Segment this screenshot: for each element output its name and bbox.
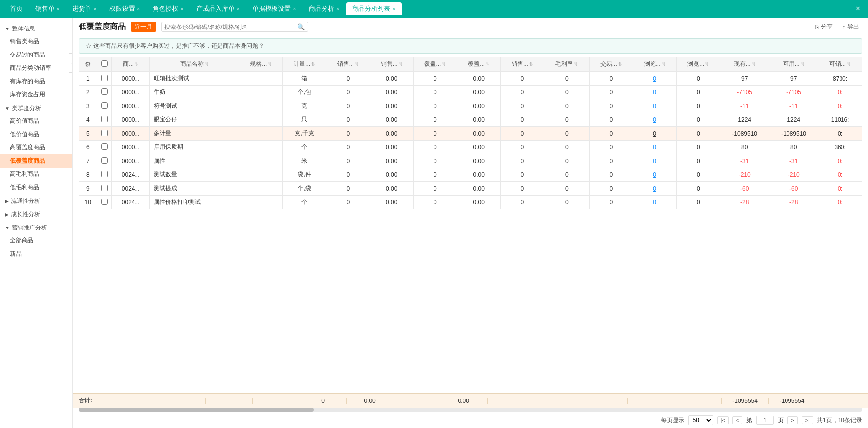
row-checkbox[interactable] xyxy=(97,168,112,182)
col-sales2[interactable]: 销售...⇅ xyxy=(370,57,413,72)
nav-product-analysis[interactable]: 商品分析 × xyxy=(303,2,345,15)
export-btn[interactable]: ↑ 导出 xyxy=(840,22,862,32)
row-cover1: 0 xyxy=(413,86,457,99)
sidebar-item-high-coverage[interactable]: 高覆盖度商品 xyxy=(0,141,72,154)
sidebar-section-growth[interactable]: ▶ 成长性分析 xyxy=(0,207,72,221)
row-checkbox[interactable] xyxy=(97,127,112,141)
sidebar-item-with-stock[interactable]: 有库存的商品 xyxy=(0,75,72,88)
col-browse1[interactable]: 浏览...⇅ xyxy=(633,57,677,72)
col-stock3[interactable]: 可销...⇅ xyxy=(818,57,862,72)
nav-product-analysis-close[interactable]: × xyxy=(336,6,339,12)
col-settings[interactable]: ⚙ xyxy=(79,57,97,72)
sidebar-section-overall[interactable]: ▼ 整体信息 xyxy=(0,22,72,35)
nav-permissions-close[interactable]: × xyxy=(137,6,140,12)
info-banner-text: ☆ 这些商品只有很少客户购买过，是推广不够，还是商品本身问题？ xyxy=(86,42,264,50)
row-checkbox[interactable] xyxy=(97,113,112,127)
nav-roles[interactable]: 角色授权 × xyxy=(147,2,189,15)
nav-sales-close[interactable]: × xyxy=(56,6,59,12)
nav-sales[interactable]: 销售单 × xyxy=(29,2,65,15)
nav-close-all[interactable]: × xyxy=(852,4,864,13)
footer-stock1-total: -1095554 xyxy=(722,398,769,404)
page-prev-btn[interactable]: < xyxy=(732,416,742,424)
sidebar-item-high-profit[interactable]: 高毛利商品 xyxy=(0,168,72,181)
col-stock2[interactable]: 可用...⇅ xyxy=(769,57,818,72)
nav-product-entry-close[interactable]: × xyxy=(237,6,240,12)
row-browse1[interactable]: 0 xyxy=(633,86,677,99)
col-stock1[interactable]: 现有...⇅ xyxy=(720,57,769,72)
col-name[interactable]: 商品名称⇅ xyxy=(149,57,239,72)
nav-product-analysis-list-close[interactable]: × xyxy=(392,6,395,12)
page-last-btn[interactable]: >| xyxy=(802,416,813,424)
nav-permissions[interactable]: 权限设置 × xyxy=(104,2,146,15)
col-sales3[interactable]: 销售...⇅ xyxy=(501,57,544,72)
col-spec[interactable]: 规格...⇅ xyxy=(239,57,283,72)
row-checkbox[interactable] xyxy=(97,141,112,154)
row-sales3: 0 xyxy=(501,168,544,182)
row-browse1[interactable]: 0 xyxy=(633,127,677,141)
nav-template-close[interactable]: × xyxy=(293,6,296,12)
page-input[interactable] xyxy=(756,416,774,425)
page-size-select[interactable]: 50 100 200 xyxy=(688,415,713,425)
sidebar-item-low-profit[interactable]: 低毛利商品 xyxy=(0,181,72,194)
row-code: 0000... xyxy=(112,127,150,141)
sidebar-item-capital[interactable]: 库存资金占用 xyxy=(0,88,72,101)
sidebar-item-new-products[interactable]: 新品 xyxy=(0,247,72,260)
col-browse2[interactable]: 浏览...⇅ xyxy=(677,57,720,72)
col-gross[interactable]: 毛利率⇅ xyxy=(544,57,589,72)
info-banner: ☆ 这些商品只有很少客户购买过，是推广不够，还是商品本身问题？ xyxy=(79,38,862,54)
page-next-btn[interactable]: > xyxy=(787,416,797,424)
sidebar-item-low-coverage[interactable]: 低覆盖度商品 xyxy=(0,154,72,168)
row-browse1[interactable]: 0 xyxy=(633,72,677,86)
sidebar-section-marketing[interactable]: ▼ 营销推广分析 xyxy=(0,221,72,234)
nav-product-entry[interactable]: 产成品入库单 × xyxy=(190,2,245,15)
sidebar-item-all-products[interactable]: 全部商品 xyxy=(0,234,72,247)
row-browse1[interactable]: 0 xyxy=(633,182,677,196)
sidebar-item-sales-products[interactable]: 销售类商品 xyxy=(0,35,72,48)
search-box: 🔍 xyxy=(161,22,308,32)
row-checkbox[interactable] xyxy=(97,86,112,99)
nav-product-analysis-list[interactable]: 商品分析列表 × xyxy=(346,2,401,15)
date-filter-btn[interactable]: 近一月 xyxy=(131,22,156,32)
row-browse1[interactable]: 0 xyxy=(633,113,677,127)
nav-home[interactable]: 首页 xyxy=(4,2,28,15)
sidebar-item-traded-products[interactable]: 交易过的商品 xyxy=(0,48,72,61)
sidebar-collapse-btn[interactable]: « xyxy=(69,53,73,73)
row-spec xyxy=(239,168,283,182)
sidebar-item-low-value[interactable]: 低价值商品 xyxy=(0,128,72,141)
sidebar-item-high-value[interactable]: 高价值商品 xyxy=(0,114,72,128)
sidebar-section-cluster[interactable]: ▼ 类群度分析 xyxy=(0,101,72,114)
col-code[interactable]: 商...⇅ xyxy=(112,57,150,72)
sidebar-section-marketing-arrow: ▼ xyxy=(5,225,10,230)
col-cover2[interactable]: 覆盖...⇅ xyxy=(457,57,501,72)
col-cover1[interactable]: 覆盖...⇅ xyxy=(413,57,457,72)
footer-spacer4 xyxy=(253,398,300,404)
select-all-checkbox[interactable] xyxy=(101,60,108,67)
nav-roles-close[interactable]: × xyxy=(180,6,183,12)
col-trade[interactable]: 交易...⇅ xyxy=(589,57,633,72)
row-checkbox[interactable] xyxy=(97,154,112,168)
row-browse1[interactable]: 0 xyxy=(633,154,677,168)
row-checkbox[interactable] xyxy=(97,99,112,113)
nav-template[interactable]: 单据模板设置 × xyxy=(246,2,301,15)
col-unit[interactable]: 计量...⇅ xyxy=(283,57,326,72)
row-browse1[interactable]: 0 xyxy=(633,168,677,182)
row-browse1[interactable]: 0 xyxy=(633,196,677,209)
row-stock2: -11 xyxy=(769,99,818,113)
col-sales1[interactable]: 销售...⇅ xyxy=(326,57,370,72)
row-checkbox[interactable] xyxy=(97,72,112,86)
row-browse1[interactable]: 0 xyxy=(633,141,677,154)
col-checkbox[interactable] xyxy=(97,57,112,72)
footer-sales3-spacer xyxy=(488,398,535,404)
sidebar-section-circulation[interactable]: ▶ 流通性分析 xyxy=(0,194,72,207)
row-checkbox[interactable] xyxy=(97,182,112,196)
row-index: 3 xyxy=(79,99,97,113)
search-icon[interactable]: 🔍 xyxy=(297,23,305,30)
share-btn[interactable]: ⎘ 分享 xyxy=(813,22,836,32)
row-browse1[interactable]: 0 xyxy=(633,99,677,113)
search-input[interactable] xyxy=(164,24,295,30)
row-checkbox[interactable] xyxy=(97,196,112,209)
sidebar-item-category-rate[interactable]: 商品分类动销率 xyxy=(0,61,72,75)
nav-purchase-close[interactable]: × xyxy=(93,6,96,12)
nav-purchase[interactable]: 进货单 × xyxy=(66,2,102,15)
page-first-btn[interactable]: |< xyxy=(717,416,729,424)
